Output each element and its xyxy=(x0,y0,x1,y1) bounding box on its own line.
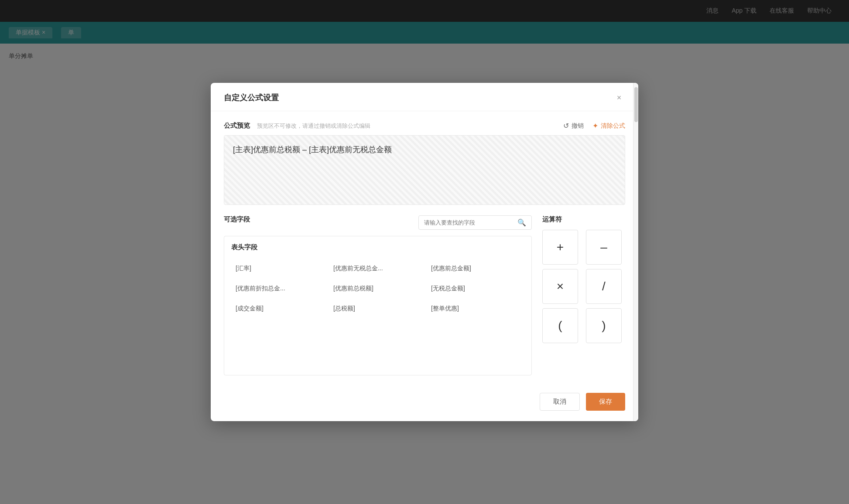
fields-grid: [汇率] [优惠前无税总金... [优惠前总金额] [优惠前折扣总金... [优… xyxy=(231,259,524,319)
operators-section: 运算符 + – × / ( ) xyxy=(542,215,625,375)
clear-icon: ✦ xyxy=(592,122,598,130)
modal-body: 公式预览 预览区不可修改，请通过撤销或清除公式编辑 ↺ 撤销 ✦ 清除公式 [主… xyxy=(211,111,638,386)
revoke-label: 撤销 xyxy=(572,122,584,130)
modal-scrollbar[interactable] xyxy=(633,83,638,421)
save-button[interactable]: 保存 xyxy=(586,393,625,411)
cancel-button[interactable]: 取消 xyxy=(540,393,580,411)
operator-plus[interactable]: + xyxy=(542,230,578,265)
clear-label: 清除公式 xyxy=(601,122,625,130)
field-item-1[interactable]: [优惠前无税总金... xyxy=(329,259,427,279)
search-row: 可选字段 🔍 xyxy=(224,215,532,230)
fields-section: 可选字段 🔍 表头字段 [汇率] [优惠前无税总金... [优惠前总金额] [优… xyxy=(224,215,532,375)
fields-table: 表头字段 [汇率] [优惠前无税总金... [优惠前总金额] [优惠前折扣总金.… xyxy=(224,236,532,375)
formula-content: [主表]优惠前总税额 – [主表]优惠前无税总金额 xyxy=(233,144,616,155)
undo-icon: ↺ xyxy=(563,122,569,130)
section-lower: 可选字段 🔍 表头字段 [汇率] [优惠前无税总金... [优惠前总金额] [优… xyxy=(224,215,625,375)
modal-close-button[interactable]: × xyxy=(613,92,625,104)
formula-label: 公式预览 xyxy=(224,122,250,130)
modal-header: 自定义公式设置 × xyxy=(211,83,638,111)
fields-section-header: 可选字段 xyxy=(224,215,250,224)
fields-group-title: 表头字段 xyxy=(231,243,524,252)
clear-formula-button[interactable]: ✦ 清除公式 xyxy=(592,122,625,130)
modal-footer: 取消 保存 xyxy=(211,386,638,421)
modal-title: 自定义公式设置 xyxy=(224,92,279,103)
operator-multiply[interactable]: × xyxy=(542,269,578,304)
operator-right-paren[interactable]: ) xyxy=(586,308,622,343)
field-item-5[interactable]: [无税总金额] xyxy=(427,279,524,299)
field-item-0[interactable]: [汇率] xyxy=(231,259,329,279)
search-icon: 🔍 xyxy=(517,218,526,227)
field-item-6[interactable]: [成交金额] xyxy=(231,299,329,319)
formula-header: 公式预览 预览区不可修改，请通过撤销或清除公式编辑 ↺ 撤销 ✦ 清除公式 xyxy=(224,122,625,130)
operators-section-header: 运算符 xyxy=(542,215,625,224)
modal-scrollbar-thumb xyxy=(634,87,638,122)
formula-preview-area: [主表]优惠前总税额 – [主表]优惠前无税总金额 xyxy=(224,135,625,205)
revoke-button[interactable]: ↺ 撤销 xyxy=(563,122,584,130)
search-input[interactable] xyxy=(424,219,516,226)
field-item-3[interactable]: [优惠前折扣总金... xyxy=(231,279,329,299)
formula-actions: ↺ 撤销 ✦ 清除公式 xyxy=(563,122,625,130)
formula-label-row: 公式预览 预览区不可修改，请通过撤销或清除公式编辑 xyxy=(224,122,370,130)
operator-left-paren[interactable]: ( xyxy=(542,308,578,343)
formula-settings-modal: 自定义公式设置 × 公式预览 预览区不可修改，请通过撤销或清除公式编辑 ↺ 撤销… xyxy=(211,83,638,421)
operator-divide[interactable]: / xyxy=(586,269,622,304)
formula-preview-section: 公式预览 预览区不可修改，请通过撤销或清除公式编辑 ↺ 撤销 ✦ 清除公式 [主… xyxy=(224,122,625,205)
search-input-wrapper[interactable]: 🔍 xyxy=(418,215,532,230)
formula-hint: 预览区不可修改，请通过撤销或清除公式编辑 xyxy=(257,122,370,130)
fields-table-inner: 表头字段 [汇率] [优惠前无税总金... [优惠前总金额] [优惠前折扣总金.… xyxy=(224,236,531,326)
operator-minus[interactable]: – xyxy=(586,230,622,265)
field-item-2[interactable]: [优惠前总金额] xyxy=(427,259,524,279)
field-item-4[interactable]: [优惠前总税额] xyxy=(329,279,427,299)
operators-grid: + – × / ( ) xyxy=(542,230,625,343)
field-item-7[interactable]: [总税额] xyxy=(329,299,427,319)
field-item-8[interactable]: [整单优惠] xyxy=(427,299,524,319)
